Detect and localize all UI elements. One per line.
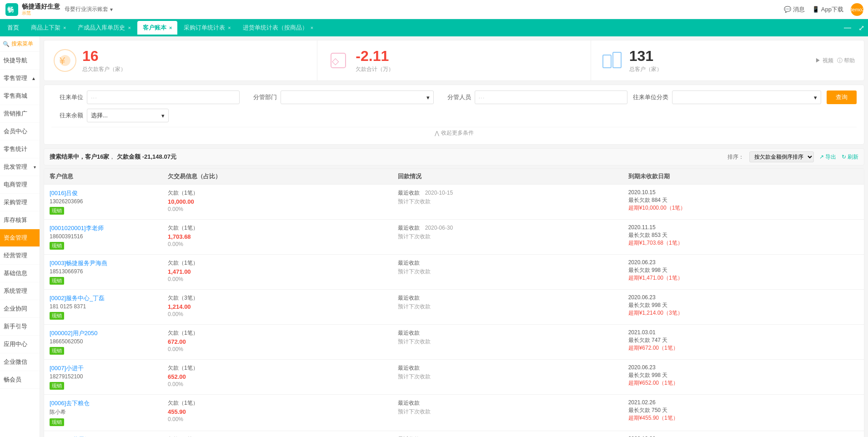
balance-select[interactable]: 选择... ▾	[87, 109, 169, 122]
debt-amount[interactable]: 1,214.00	[168, 303, 398, 310]
sidebar-item-ecommerce[interactable]: 电商管理	[0, 176, 40, 194]
overdue-date: 2020.06.23	[628, 259, 858, 266]
next-collection: 预计下次收款	[398, 373, 628, 381]
due-date-cell: 2020.11.15 最长欠款 853 天 超期¥1,703.68（1笔）	[628, 224, 858, 247]
sidebar-item-enterprise-collab[interactable]: 企业协同	[0, 300, 40, 318]
video-btn[interactable]: ▶ 视频	[815, 57, 833, 65]
sidebar-item-retail-mgmt[interactable]: 零售管理 ▲	[0, 70, 40, 87]
overdue-date: 2021.03.01	[628, 329, 858, 336]
customer-tag: 现销	[50, 242, 64, 250]
overdue-link[interactable]: 超期¥1,703.68（1笔）	[628, 239, 858, 247]
tab-purchase-stats[interactable]: 采购订单统计表 ×	[178, 21, 236, 35]
debt-cell: 欠款（1笔） 455.90 0.00%	[168, 399, 398, 422]
dept-label: 分管部门	[245, 93, 277, 101]
sort-select[interactable]: 按欠款金额倒序排序	[749, 151, 814, 162]
chevron-down-icon: ▾	[161, 112, 165, 119]
store-selector[interactable]: 母婴行业演示账套 ▾	[65, 5, 113, 13]
debt-count: 欠款（1笔）	[168, 329, 398, 337]
due-date-cell: 2020.06.23 最长欠款 998 天 超期¥652.00（1笔）	[628, 364, 858, 387]
customer-phone: 18600391516	[50, 233, 168, 240]
customer-name[interactable]: [0016]吕俊	[50, 189, 168, 197]
export-button[interactable]: ↗ 导出	[819, 153, 836, 161]
table-area: 客户信息 欠交易信息（占比） 回款情况 到期未收款日期 [0016]吕俊 130…	[44, 168, 864, 437]
customer-name[interactable]: [0007]小进干	[50, 364, 168, 372]
sidebar-item-purchase-mgmt[interactable]: 采购管理	[0, 194, 40, 211]
debt-amount[interactable]: 1,703.68	[168, 233, 398, 240]
overdue-link[interactable]: 超期¥672.00（1笔）	[628, 344, 858, 352]
debt-amount[interactable]: 455.90	[168, 408, 398, 415]
close-icon[interactable]: ×	[228, 25, 231, 30]
stat-info-1: 16 总欠款客户（家）	[82, 48, 308, 73]
svg-rect-8	[613, 52, 621, 68]
customer-tag: 现销	[50, 312, 64, 320]
sidebar-item-finance[interactable]: 资金管理	[0, 229, 40, 247]
sidebar-item-enterprise-wechat[interactable]: 企业微信	[0, 353, 40, 371]
source-unit-input[interactable]: ···	[87, 90, 240, 104]
close-icon[interactable]: ×	[128, 25, 130, 30]
help-btn[interactable]: ⓘ 帮助	[837, 57, 855, 65]
tab-production-history[interactable]: 产成品入库单历史 ×	[72, 21, 136, 35]
app-subtitle: 示范	[22, 10, 60, 16]
stat-card-debt-customers: ¥ 16 总欠款客户（家）	[44, 40, 317, 80]
close-icon[interactable]: ×	[63, 25, 66, 30]
sidebar-item-new-guide[interactable]: 新手引导	[0, 318, 40, 336]
customer-name[interactable]: [000002]用户2050	[50, 329, 168, 337]
sidebar-item-system-mgmt[interactable]: 系统管理	[0, 282, 40, 300]
customer-name[interactable]: [0001020001]李老师	[50, 224, 168, 232]
tab-stock-stats[interactable]: 进货单统计表（按商品） ×	[237, 21, 319, 35]
customer-cell: [0016]吕俊 13026203696 现销	[50, 189, 168, 215]
overdue-link[interactable]: 超期¥1,471.00（1笔）	[628, 274, 858, 282]
tab-customer-account[interactable]: 客户账本 ×	[137, 21, 177, 35]
sidebar-item-retail-stats[interactable]: 零售统计	[0, 141, 40, 158]
close-icon[interactable]: ×	[169, 25, 172, 30]
message-button[interactable]: 💬 消息	[784, 5, 805, 14]
collection-cell: 最近收款 预计下次收款	[398, 259, 628, 276]
sidebar-item-retail-mall[interactable]: 零售商城	[0, 87, 40, 105]
close-icon[interactable]: ×	[311, 25, 313, 30]
sidebar-item-inventory[interactable]: 库存核算	[0, 211, 40, 229]
collection-info: 最近收款 2020-10-15	[398, 189, 628, 197]
app-download-button[interactable]: 📱 App下载	[812, 5, 843, 14]
chevron-down-icon: ▾	[426, 94, 430, 101]
debt-count: 欠款（1笔）	[168, 259, 398, 267]
collapse-filters[interactable]: ⋀ 收起更多条件	[51, 127, 857, 139]
sidebar-item-marketing[interactable]: 营销推广	[0, 105, 40, 123]
overdue-link[interactable]: 超期¥652.00（1笔）	[628, 379, 858, 387]
sidebar-item-quick-nav[interactable]: 快捷导航	[0, 52, 40, 70]
debt-amount[interactable]: 672.00	[168, 338, 398, 345]
maximize-icon[interactable]: ⤢	[857, 22, 866, 34]
tab-product-listing[interactable]: 商品上下架 ×	[25, 21, 71, 35]
dept-select[interactable]: ▾	[281, 90, 433, 104]
sidebar-item-ops-mgmt[interactable]: 经营管理	[0, 247, 40, 265]
sidebar-item-member[interactable]: 会员中心	[0, 123, 40, 141]
minimize-icon[interactable]: —	[842, 22, 853, 34]
stat-info-2: -2.11 欠款合计（万）	[356, 48, 581, 73]
overdue-link[interactable]: 超期¥10,000.00（1笔）	[628, 204, 858, 212]
customer-cell: [0003]畅捷服务尹海燕 18513066976 现销	[50, 259, 168, 285]
unit-category-label: 往来单位分类	[633, 93, 668, 101]
refresh-button[interactable]: ↻ 刷新	[842, 153, 858, 161]
customer-name[interactable]: [0003]畅捷服务尹海燕	[50, 259, 168, 267]
sidebar-item-chang-member[interactable]: 畅会员	[0, 371, 40, 389]
tab-home[interactable]: 首页	[2, 21, 25, 35]
customer-name[interactable]: [0006]去下粮仓	[50, 399, 168, 407]
debt-amount[interactable]: 652.00	[168, 373, 398, 380]
sidebar-item-basic-info[interactable]: 基础信息	[0, 265, 40, 282]
customer-name[interactable]: [0002]服务中心_丁磊	[50, 294, 168, 302]
overdue-link[interactable]: 超期¥1,214.00（3笔）	[628, 309, 858, 317]
refresh-icon: ↻	[842, 154, 846, 160]
app-name: 畅捷通好生意	[22, 3, 60, 10]
debt-amount[interactable]: 1,471.00	[168, 268, 398, 275]
table-row: [0016]吕俊 13026203696 现销 欠款（1笔） 10,000.00…	[44, 185, 864, 220]
sidebar-item-app-center[interactable]: 应用中心	[0, 336, 40, 353]
user-avatar[interactable]: demo2	[851, 3, 863, 16]
sidebar-item-wholesale-mgmt[interactable]: 批发管理 ▾	[0, 158, 40, 176]
sidebar-search[interactable]: 🔍 搜索菜单	[0, 36, 40, 52]
debt-amount[interactable]: 10,000.00	[168, 198, 398, 205]
query-button[interactable]: 查询	[827, 90, 857, 104]
manager-input[interactable]: ···	[475, 90, 627, 104]
debt-count: 欠款（1笔）	[168, 189, 398, 197]
overdue-link[interactable]: 超期¥455.90（1笔）	[628, 414, 858, 422]
debt-ratio: 0.00%	[168, 206, 398, 212]
unit-category-select[interactable]: ▾	[672, 90, 821, 104]
